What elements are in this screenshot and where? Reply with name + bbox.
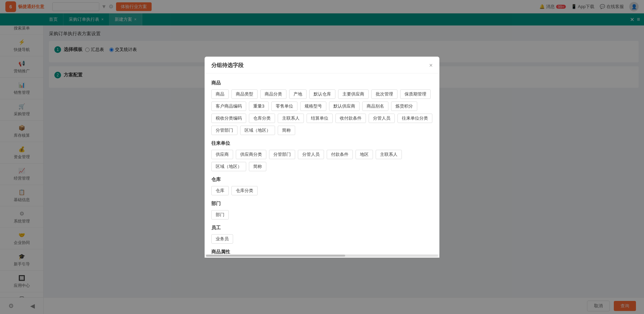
field-tag[interactable]: 付款条件 [327,150,353,159]
field-tag[interactable]: 供应商 [211,150,233,159]
section-title-往来单位: 往来单位 [211,140,433,146]
modal-close-button[interactable]: × [429,62,433,69]
field-tag[interactable]: 分管人员 [369,114,395,123]
field-tag[interactable]: 批次管理 [371,89,397,99]
field-tag[interactable]: 主联系人 [278,114,304,123]
field-tag[interactable]: 分管部门 [269,150,295,159]
field-tag[interactable]: 商品类型 [231,89,258,99]
field-tag[interactable]: 默认供应商 [329,102,360,111]
fields-grid-往来单位: 供应商供应商分类分管部门分管人员付款条件地区主联系人区域（地区）简称 [211,150,433,171]
section-title-商品: 商品 [211,80,433,86]
section-title-商品属性: 商品属性 [211,249,433,254]
field-tag[interactable]: 往来单位分类 [397,114,432,123]
field-tag[interactable]: 简称 [278,126,295,135]
modal-header: 分组待选字段 × [205,57,439,73]
field-tag[interactable]: 商品别名 [362,102,388,111]
field-tag[interactable]: 商品分类 [260,89,286,99]
fields-grid-员工: 业务员 [211,234,433,244]
section-title-员工: 员工 [211,225,433,231]
field-tag[interactable]: 主联系人 [376,150,402,159]
field-tag[interactable]: 简称 [249,162,266,171]
field-tag[interactable]: 仓库分类 [249,114,275,123]
field-tag[interactable]: 客户商品编码 [211,102,246,111]
field-tag[interactable]: 结算单位 [307,114,333,123]
modal-dialog: 分组待选字段 × 商品商品商品类型商品分类产地默认仓库主要供应商批次管理保质期管… [205,57,439,258]
fields-grid-部门: 部门 [211,210,433,219]
modal-overlay: 分组待选字段 × 商品商品商品类型商品分类产地默认仓库主要供应商批次管理保质期管… [0,0,644,314]
field-tag[interactable]: 区域（地区） [211,162,246,171]
field-tag[interactable]: 收付款条件 [335,114,366,123]
field-tag[interactable]: 规格型号 [300,102,326,111]
modal-title: 分组待选字段 [211,62,244,69]
fields-grid-仓库: 仓库仓库分类 [211,186,433,195]
field-tag[interactable]: 重量3 [249,102,269,111]
scrollbar-thumb[interactable] [206,255,345,257]
fields-grid-商品: 商品商品类型商品分类产地默认仓库主要供应商批次管理保质期管理客户商品编码重量3零… [211,89,433,135]
field-tag[interactable]: 产地 [289,89,307,99]
field-tag[interactable]: 供应商分类 [236,150,266,159]
field-tag[interactable]: 零售单位 [271,102,298,111]
horizontal-scrollbar[interactable] [205,254,439,257]
field-tag[interactable]: 税收分类编码 [211,114,246,123]
field-tag[interactable]: 分管人员 [298,150,324,159]
field-tag[interactable]: 业务员 [211,234,233,244]
field-tag[interactable]: 部门 [211,210,229,219]
modal-body[interactable]: 商品商品商品类型商品分类产地默认仓库主要供应商批次管理保质期管理客户商品编码重量… [205,73,439,254]
field-tag[interactable]: 炼货积分 [391,102,417,111]
field-tag[interactable]: 分管部门 [211,126,237,135]
scrollbar-track [206,255,438,257]
field-tag[interactable]: 保质期管理 [400,89,431,99]
field-tag[interactable]: 区域（地区） [240,126,275,135]
field-tag[interactable]: 仓库 [211,186,229,195]
field-tag[interactable]: 商品 [211,89,229,99]
field-tag[interactable]: 默认仓库 [309,89,335,99]
section-title-部门: 部门 [211,201,433,207]
field-tag[interactable]: 地区 [356,150,373,159]
section-title-仓库: 仓库 [211,177,433,183]
field-tag[interactable]: 仓库分类 [231,186,258,195]
field-tag[interactable]: 主要供应商 [338,89,369,99]
